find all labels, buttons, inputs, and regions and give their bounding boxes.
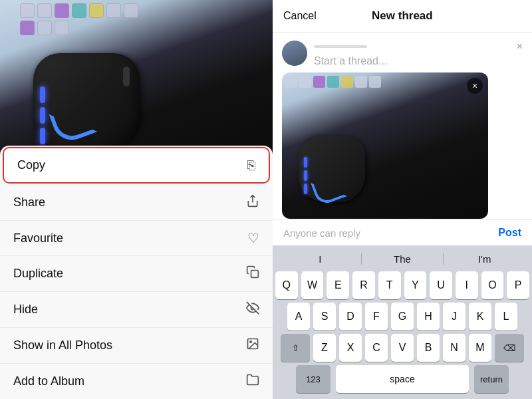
mouse-logo-arc <box>49 100 97 146</box>
username-row: × <box>314 41 523 53</box>
svg-point-3 <box>250 341 252 343</box>
autocomplete-word-2[interactable]: The <box>362 252 444 266</box>
mini-light <box>304 157 307 168</box>
menu-item-duplicate[interactable]: Duplicate <box>0 256 273 292</box>
mini-light <box>304 184 307 194</box>
keyboard-row-3: ⇧ Z X C V B N M ⌫ <box>274 334 531 362</box>
close-button[interactable]: × <box>517 41 523 53</box>
username-label <box>314 45 367 48</box>
keyboard: I The I'm Q W E R T Y U I O P A S D F G … <box>273 245 532 399</box>
menu-item-add-album-label: Add to Album <box>13 374 84 388</box>
key-n[interactable]: N <box>443 334 466 362</box>
duplicate-icon <box>246 265 259 282</box>
keyboard-decoration <box>20 3 140 35</box>
menu-item-add-to-album[interactable]: Add to Album <box>0 364 273 399</box>
key-w[interactable]: W <box>301 271 324 299</box>
key-k[interactable]: K <box>469 303 491 331</box>
bg-key <box>55 3 69 18</box>
svg-rect-0 <box>251 271 259 278</box>
mini-mouse-lights <box>304 157 307 194</box>
side-light <box>40 86 45 103</box>
bg-key <box>55 21 69 35</box>
mouse-side-lights <box>40 86 45 144</box>
copy-icon: ⎘ <box>247 158 255 173</box>
key-b[interactable]: B <box>417 334 440 362</box>
return-key[interactable]: return <box>474 365 509 393</box>
thread-header: Cancel New thread <box>273 0 532 33</box>
key-d[interactable]: D <box>339 303 362 331</box>
key-i[interactable]: I <box>456 271 478 299</box>
menu-item-copy[interactable]: Copy ⎘ <box>3 147 270 184</box>
space-key[interactable]: space <box>336 365 469 393</box>
keyboard-row-4: 123 space return <box>274 365 531 393</box>
key-h[interactable]: H <box>417 303 440 331</box>
key-j[interactable]: J <box>443 303 466 331</box>
bg-key <box>20 3 35 18</box>
user-info: × Start a thread... <box>314 41 523 67</box>
mouse-scroll-wheel <box>123 66 130 86</box>
key-x[interactable]: X <box>339 334 362 362</box>
key-o[interactable]: O <box>481 271 504 299</box>
avatar <box>282 41 307 66</box>
bg-key <box>124 3 138 18</box>
photos-icon <box>246 337 259 354</box>
album-icon <box>246 373 259 390</box>
key-p[interactable]: P <box>507 271 529 299</box>
user-row: × Start a thread... <box>282 41 523 67</box>
menu-item-hide[interactable]: Hide <box>0 292 273 328</box>
autocomplete-word-1[interactable]: I <box>279 252 361 266</box>
bg-key <box>37 3 52 18</box>
keyboard-row-2: A S D F G H J K L <box>274 303 531 331</box>
menu-item-share[interactable]: Share <box>0 185 273 221</box>
mouse-logo <box>53 106 100 146</box>
key-l[interactable]: L <box>495 303 517 331</box>
shift-key[interactable]: ⇧ <box>281 334 310 362</box>
autocomplete-word-3[interactable]: I'm <box>444 252 525 266</box>
cancel-button[interactable]: Cancel <box>283 10 317 22</box>
menu-item-copy-label: Copy <box>17 158 45 172</box>
thread-title: New thread <box>372 9 433 23</box>
side-light <box>40 107 45 124</box>
backspace-key[interactable]: ⌫ <box>495 334 524 362</box>
key-r[interactable]: R <box>352 271 375 299</box>
menu-item-duplicate-label: Duplicate <box>13 267 63 281</box>
reply-footer: Anyone can reply Post <box>273 219 532 245</box>
key-a[interactable]: A <box>287 303 310 331</box>
bg-key <box>106 3 121 18</box>
menu-item-favourite[interactable]: Favourite ♡ <box>0 221 273 256</box>
key-c[interactable]: C <box>365 334 388 362</box>
bg-key <box>72 3 86 18</box>
post-button[interactable]: Post <box>498 227 521 239</box>
image-close-button[interactable]: × <box>467 78 483 94</box>
thread-input[interactable]: Start a thread... <box>314 55 523 67</box>
key-z[interactable]: Z <box>313 334 336 362</box>
menu-item-show-all-photos[interactable]: Show in All Photos <box>0 328 273 364</box>
bg-key <box>20 21 35 35</box>
bg-key <box>89 3 104 18</box>
key-v[interactable]: V <box>391 334 414 362</box>
menu-item-favourite-label: Favourite <box>13 231 63 245</box>
key-s[interactable]: S <box>313 303 336 331</box>
key-e[interactable]: E <box>327 271 349 299</box>
share-icon <box>246 194 259 211</box>
thread-body: × Start a thread... <box>273 33 532 219</box>
key-q[interactable]: Q <box>275 271 298 299</box>
menu-item-hide-label: Hide <box>13 303 38 317</box>
thread-image: × <box>282 72 488 219</box>
side-light <box>40 128 45 144</box>
key-g[interactable]: G <box>391 303 414 331</box>
numbers-key[interactable]: 123 <box>296 365 331 393</box>
hide-icon <box>246 301 259 318</box>
keyboard-row-1: Q W E R T Y U I O P <box>274 271 531 299</box>
key-m[interactable]: M <box>469 334 491 362</box>
right-panel: Cancel New thread × Start a thread... <box>273 0 532 399</box>
key-t[interactable]: T <box>378 271 401 299</box>
mini-light <box>304 170 307 181</box>
autocomplete-bar: I The I'm <box>274 249 531 269</box>
key-y[interactable]: Y <box>404 271 427 299</box>
key-f[interactable]: F <box>365 303 388 331</box>
menu-item-share-label: Share <box>13 196 45 209</box>
key-u[interactable]: U <box>430 271 452 299</box>
menu-item-show-all-label: Show in All Photos <box>13 338 112 352</box>
avatar-image <box>282 41 307 66</box>
